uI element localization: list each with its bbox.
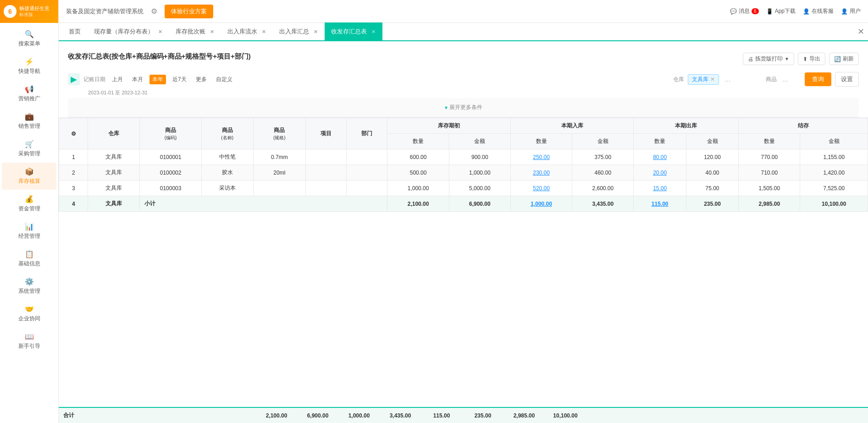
cell-in-amt: 375.00	[572, 149, 634, 165]
cell-name: 中性笔	[201, 149, 253, 165]
base-icon: 📋	[25, 250, 34, 258]
operations-icon: 📊	[25, 222, 34, 231]
sidebar-item-operations[interactable]: 📊经营管理	[2, 218, 56, 245]
sidebar-item-system[interactable]: ⚙️系统管理	[2, 273, 56, 300]
subtotal-out-qty[interactable]: 115.00	[634, 196, 686, 212]
tab-home[interactable]: 首页	[62, 22, 88, 41]
cell-in-amt: 460.00	[572, 165, 634, 181]
export-button[interactable]: ⬆ 导出	[798, 53, 825, 65]
col-out-qty: 数量	[634, 134, 686, 149]
tabbar: 首页现存量（库存分布表）✕库存批次账✕出入库流水✕出入库汇总✕收发存汇总表✕✕	[59, 23, 868, 41]
col-bal-qty: 数量	[739, 134, 800, 149]
cell-index: 1	[59, 149, 88, 165]
expand-more-btn[interactable]: ▾ 展开更多条件	[441, 102, 486, 113]
sidebar-item-finance[interactable]: 💰资金管理	[2, 190, 56, 217]
tab-close-inout_flow[interactable]: ✕	[262, 29, 266, 35]
tab-label-inout_flow: 出入库流水	[227, 27, 257, 36]
footer-open-qty: 2,100.00	[256, 412, 297, 419]
cell-open-amt: 1,000.00	[449, 165, 510, 181]
date-7days[interactable]: 近7天	[170, 75, 189, 84]
cell-in-qty[interactable]: 230.00	[510, 165, 572, 181]
col-department-header: 部门	[347, 118, 387, 149]
sidebar-item-purchase[interactable]: 🛒采购管理	[2, 135, 56, 162]
cell-out-qty[interactable]: 80.00	[634, 149, 686, 165]
cell-in-qty[interactable]: 520.00	[510, 181, 572, 196]
sidebar-item-base[interactable]: 📋基础信息	[2, 245, 56, 272]
col-settings[interactable]: ⚙	[59, 118, 88, 149]
warehouse-more-icon[interactable]: ...	[724, 75, 730, 83]
filter-toggle-icon[interactable]: ▶	[68, 73, 80, 85]
cell-out-qty[interactable]: 20.00	[634, 165, 686, 181]
sidebar-item-label: 系统管理	[18, 287, 40, 295]
cell-out-qty[interactable]: 15.00	[634, 181, 686, 196]
sidebar-item-label: 营销推广	[18, 95, 40, 103]
sidebar-item-sales[interactable]: 💼销售管理	[2, 108, 56, 135]
sidebar-item-search[interactable]: 🔍搜索菜单	[2, 25, 56, 52]
date-range-display: 2023-01-01 至 2023-12-31	[88, 90, 148, 95]
sidebar-item-quick[interactable]: ⚡快捷导航	[2, 53, 56, 80]
user-icon: 👤	[841, 8, 848, 15]
expand-more-row: ▾ 展开更多条件	[68, 98, 859, 117]
tab-label-recv_send_summary: 收发存汇总表	[331, 27, 367, 36]
subtotal-index: 4	[59, 196, 88, 212]
tab-inventory_dist[interactable]: 现存量（库存分布表）✕	[88, 22, 169, 41]
warehouse-filter-tag[interactable]: 文具库 ✕	[688, 74, 719, 85]
tab-close-inout_summary[interactable]: ✕	[314, 29, 318, 35]
export-label: 导出	[809, 55, 820, 63]
tab-recv_send_summary[interactable]: 收发存汇总表✕	[325, 22, 382, 41]
sidebar-item-guide[interactable]: 📖新手引导	[2, 328, 56, 355]
setting-button[interactable]: 设置	[835, 72, 859, 87]
date-this-month[interactable]: 本月	[129, 75, 146, 84]
date-last-month[interactable]: 上月	[109, 75, 126, 84]
message-action[interactable]: 💬 消息 6	[730, 7, 759, 15]
cell-warehouse: 文具库	[88, 181, 140, 196]
tab-close-inventory_dist[interactable]: ✕	[158, 29, 162, 35]
tab-label-home: 首页	[69, 27, 81, 36]
cell-code: 0100001	[140, 149, 201, 165]
trial-button[interactable]: 体验行业方案	[165, 5, 213, 18]
cell-in-qty[interactable]: 250.00	[510, 149, 572, 165]
date-custom[interactable]: 自定义	[213, 75, 235, 84]
date-more[interactable]: 更多	[193, 75, 210, 84]
subtotal-in-qty[interactable]: 1,000.00	[510, 196, 572, 212]
tab-close-batch[interactable]: ✕	[210, 29, 214, 35]
sidebar-menu: 🔍搜索菜单⚡快捷导航📢营销推广💼销售管理🛒采购管理📦库存核算💰资金管理📊经营管理…	[0, 23, 58, 423]
tab-inout_flow[interactable]: 出入库流水✕	[221, 22, 273, 41]
close-tab-icon[interactable]: ✕	[857, 27, 864, 37]
content-body: 收发存汇总表(按仓库+商品编码+商品+规格型号+项目+部门) 🖨 拣货版打印 ▼…	[59, 41, 868, 423]
col-balance-header: 结存	[739, 118, 868, 134]
user-action[interactable]: 👤 用户	[841, 7, 861, 15]
app-download-action[interactable]: 📱 App下载	[766, 7, 796, 15]
online-service-action[interactable]: 👤 在线客服	[803, 7, 834, 15]
footer-in-amt: 3,435.00	[380, 412, 421, 419]
cell-open-qty: 500.00	[387, 165, 449, 181]
tab-close-recv_send_summary[interactable]: ✕	[371, 29, 376, 35]
tab-inout_summary[interactable]: 出入库汇总✕	[273, 22, 325, 41]
sidebar-item-inventory[interactable]: 📦库存核算	[2, 163, 56, 190]
sales-icon: 💼	[25, 112, 34, 121]
cell-department	[347, 165, 387, 181]
logo-title: 畅捷通好生意	[19, 5, 50, 11]
cell-open-amt: 5,000.00	[449, 181, 510, 196]
refresh-button[interactable]: 🔄 刷新	[829, 53, 859, 65]
tab-label-inventory_dist: 现存量（库存分布表）	[94, 27, 154, 36]
cell-in-amt: 2,600.00	[572, 181, 634, 196]
subtotal-open-amt: 6,900.00	[449, 196, 510, 212]
cell-bal-qty: 1,505.00	[739, 181, 800, 196]
subtotal-bal-qty: 2,985.00	[739, 196, 800, 212]
warehouse-tag-remove[interactable]: ✕	[710, 76, 715, 82]
date-this-year[interactable]: 本年	[149, 75, 166, 84]
logo-subtitle: 标准版	[19, 11, 50, 18]
cell-spec	[253, 181, 305, 196]
sidebar-item-collab[interactable]: 🤝企业协同	[2, 300, 56, 327]
cell-code: 0100003	[140, 181, 201, 196]
message-label: 消息	[739, 7, 750, 15]
sidebar-item-marketing[interactable]: 📢营销推广	[2, 80, 56, 107]
topbar-gear-icon[interactable]: ⚙	[151, 7, 157, 16]
goods-more-icon[interactable]: ...	[782, 75, 788, 83]
print-button[interactable]: 🖨 拣货版打印 ▼	[743, 53, 794, 65]
query-button[interactable]: 查询	[805, 72, 831, 86]
date-filter-label: 记账日期	[83, 76, 105, 83]
tab-batch[interactable]: 库存批次账✕	[169, 22, 221, 41]
tab-label-inout_summary: 出入库汇总	[279, 27, 309, 36]
